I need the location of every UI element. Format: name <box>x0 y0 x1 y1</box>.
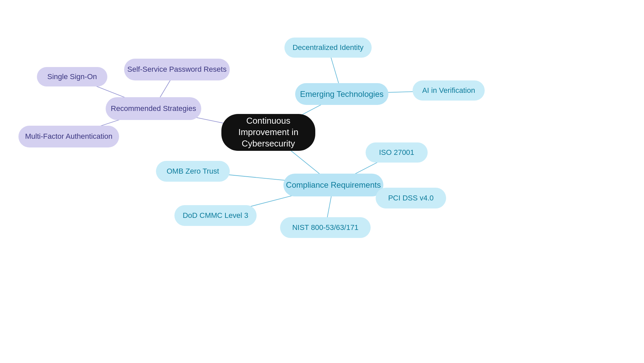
nist-node: NIST 800-53/63/171 <box>280 217 371 238</box>
omb-zero-trust-node: OMB Zero Trust <box>156 161 230 182</box>
decentralized-identity-label: Decentralized Identity <box>292 43 364 53</box>
compliance-node: Compliance Requirements <box>283 174 383 196</box>
center-label: Continuous Improvement in Cybersecurity <box>233 115 303 149</box>
decentralized-identity-node: Decentralized Identity <box>284 38 372 58</box>
pci-dss-node: PCI DSS v4.0 <box>376 188 446 208</box>
dod-cmmc-node: DoD CMMC Level 3 <box>174 205 257 226</box>
center-node: Continuous Improvement in Cybersecurity <box>221 114 315 151</box>
self-service-password-label: Self-Service Password Resets <box>127 65 227 74</box>
pci-dss-label: PCI DSS v4.0 <box>388 193 434 203</box>
nist-label: NIST 800-53/63/171 <box>292 223 359 233</box>
recommended-strategies-label: Recommended Strategies <box>111 104 196 114</box>
single-sign-on-node: Single Sign-On <box>37 67 107 86</box>
mfa-node: Multi-Factor Authentication <box>18 126 119 147</box>
iso27001-label: ISO 27001 <box>379 148 414 158</box>
iso27001-node: ISO 27001 <box>366 142 428 163</box>
recommended-strategies-node: Recommended Strategies <box>106 97 201 120</box>
emerging-tech-label: Emerging Technologies <box>300 89 383 99</box>
emerging-tech-node: Emerging Technologies <box>295 83 388 105</box>
compliance-label: Compliance Requirements <box>286 180 381 190</box>
ai-verification-label: AI in Verification <box>422 86 475 96</box>
dod-cmmc-label: DoD CMMC Level 3 <box>183 211 249 221</box>
mfa-label: Multi-Factor Authentication <box>25 132 112 141</box>
omb-zero-trust-label: OMB Zero Trust <box>167 167 219 176</box>
self-service-password-node: Self-Service Password Resets <box>124 59 230 80</box>
ai-verification-node: AI in Verification <box>413 80 485 101</box>
single-sign-on-label: Single Sign-On <box>47 72 97 82</box>
